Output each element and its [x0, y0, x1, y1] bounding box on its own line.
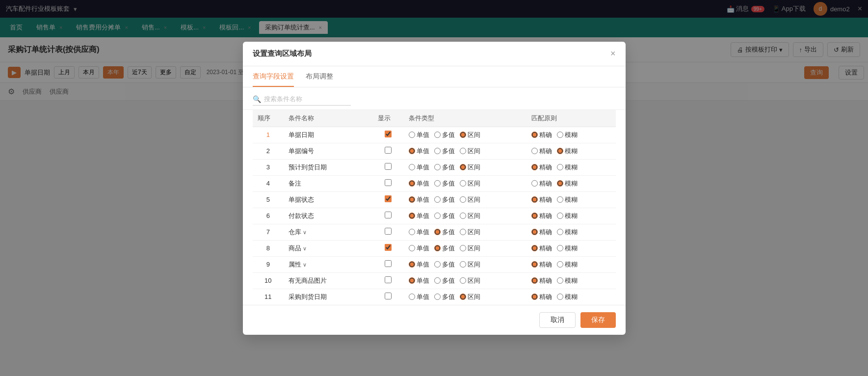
modal-overlay: 设置查询区域布局 × 查询字段设置 布局调整 🔍 顺序 — [0, 0, 868, 101]
tab-query-fields[interactable]: 查询字段设置 — [253, 72, 294, 87]
modal-dialog: 设置查询区域布局 × 查询字段设置 布局调整 🔍 顺序 — [243, 42, 626, 101]
modal-search-area: 🔍 — [243, 87, 626, 101]
modal-tabs: 查询字段设置 布局调整 — [243, 66, 626, 87]
modal-title: 设置查询区域布局 — [253, 49, 312, 58]
search-input[interactable] — [264, 95, 342, 101]
modal-header: 设置查询区域布局 × — [243, 42, 626, 66]
search-icon: 🔍 — [253, 95, 261, 101]
search-field-wrap[interactable]: 🔍 — [253, 93, 351, 101]
tab-layout-adjust[interactable]: 布局调整 — [306, 72, 333, 87]
modal-close-btn[interactable]: × — [610, 49, 616, 59]
